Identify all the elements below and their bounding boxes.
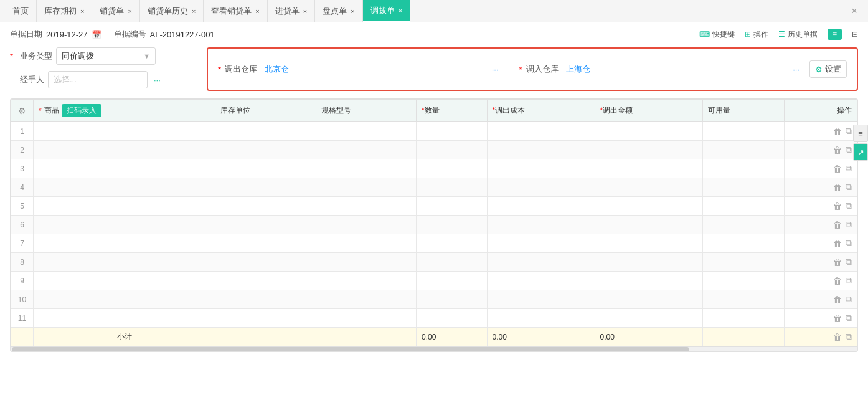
row-product[interactable] [34,216,215,234]
row-spec[interactable] [316,141,416,159]
row-spec[interactable] [316,197,416,216]
table-settings-icon[interactable]: ⚙ [18,106,26,116]
subtotal-copy-icon[interactable]: ⧉ [846,331,852,342]
row-qty[interactable] [417,141,487,159]
row-unit[interactable] [215,197,316,216]
tab-close-purchase-order[interactable]: × [303,7,307,15]
tab-view-sales[interactable]: 查看销货单 × [204,0,267,22]
transfer-out-more-icon[interactable]: ··· [492,65,499,74]
delete-row-icon[interactable]: 🗑 [833,276,842,286]
row-product[interactable] [34,272,215,290]
row-amount[interactable] [595,272,702,290]
delete-row-icon[interactable]: 🗑 [833,145,842,155]
settings-button[interactable]: ⚙ 设置 [809,60,847,78]
copy-row-icon[interactable]: ⧉ [846,219,852,230]
row-qty[interactable] [417,290,487,309]
tab-close-sales-history[interactable]: × [192,7,196,15]
row-avail[interactable] [702,178,785,197]
tab-sales-history[interactable]: 销货单历史 × [140,0,204,22]
row-cost[interactable] [487,141,595,159]
row-avail[interactable] [702,197,785,216]
row-qty[interactable] [417,178,487,197]
tab-purchase-order[interactable]: 进货单 × [268,0,315,22]
copy-row-icon[interactable]: ⧉ [846,182,852,193]
row-amount[interactable] [595,159,702,178]
row-cost[interactable] [487,234,595,253]
row-amount[interactable] [595,216,702,234]
row-product[interactable] [34,122,215,141]
handler-more-icon[interactable]: ··· [154,75,161,85]
copy-row-icon[interactable]: ⧉ [846,145,852,155]
tab-transfer-order[interactable]: 调拨单 × [363,0,410,22]
tab-sales-order[interactable]: 销货单 × [92,0,139,22]
row-spec[interactable] [316,122,416,141]
delete-row-icon[interactable]: 🗑 [833,126,842,136]
row-qty[interactable] [417,197,487,216]
row-avail[interactable] [702,272,785,290]
row-cost[interactable] [487,290,595,309]
delete-row-icon[interactable]: 🗑 [833,313,842,323]
tab-home[interactable]: 首页 [5,0,37,22]
row-unit[interactable] [215,178,316,197]
delete-row-icon[interactable]: 🗑 [833,239,842,249]
copy-row-icon[interactable]: ⧉ [846,126,852,136]
row-qty[interactable] [417,272,487,290]
row-avail[interactable] [702,122,785,141]
horizontal-scrollbar[interactable] [11,346,857,351]
row-cost[interactable] [487,197,595,216]
row-unit[interactable] [215,309,316,328]
row-spec[interactable] [316,159,416,178]
tab-close-inventory-check[interactable]: × [351,7,354,15]
row-cost[interactable] [487,253,595,272]
history-button[interactable]: ☰ 历史单据 [778,29,818,40]
row-avail[interactable] [702,290,785,309]
date-picker-icon[interactable]: 📅 [92,30,101,39]
row-amount[interactable] [595,309,702,328]
row-unit[interactable] [215,122,316,141]
row-unit[interactable] [215,159,316,178]
row-product[interactable] [34,290,215,309]
row-spec[interactable] [316,272,416,290]
transfer-in-more-icon[interactable]: ··· [793,65,800,74]
copy-row-icon[interactable]: ⧉ [846,201,852,211]
row-avail[interactable] [702,253,785,272]
tab-close-sales-order[interactable]: × [128,7,131,15]
row-avail[interactable] [702,141,785,159]
row-cost[interactable] [487,272,595,290]
row-unit[interactable] [215,290,316,309]
row-cost[interactable] [487,309,595,328]
tab-close-transfer-order[interactable]: × [399,7,402,14]
row-amount[interactable] [595,197,702,216]
row-amount[interactable] [595,178,702,197]
scrollbar-thumb[interactable] [12,347,689,352]
row-spec[interactable] [316,309,416,328]
delete-row-icon[interactable]: 🗑 [833,201,842,211]
row-amount[interactable] [595,234,702,253]
row-product[interactable] [34,178,215,197]
float-expand-button[interactable]: ↗ [853,143,868,161]
row-unit[interactable] [215,216,316,234]
handler-select[interactable]: 选择... [48,71,148,88]
row-qty[interactable] [417,253,487,272]
row-spec[interactable] [316,216,416,234]
delete-row-icon[interactable]: 🗑 [833,257,842,267]
row-qty[interactable] [417,216,487,234]
layout1-button[interactable]: ≡ [828,29,842,40]
row-amount[interactable] [595,290,702,309]
row-qty[interactable] [417,234,487,253]
row-product[interactable] [34,253,215,272]
business-type-select[interactable]: 同价调拨 ▼ [56,47,156,65]
row-product[interactable] [34,197,215,216]
row-product[interactable] [34,141,215,159]
row-unit[interactable] [215,141,316,159]
row-product[interactable] [34,159,215,178]
delete-row-icon[interactable]: 🗑 [833,164,842,174]
row-cost[interactable] [487,159,595,178]
tab-close-view-sales[interactable]: × [255,7,259,15]
window-close-button[interactable]: × [846,2,863,20]
row-unit[interactable] [215,253,316,272]
float-list-button[interactable]: ≡ [853,125,868,142]
row-qty[interactable] [417,309,487,328]
row-cost[interactable] [487,178,595,197]
row-qty[interactable] [417,159,487,178]
